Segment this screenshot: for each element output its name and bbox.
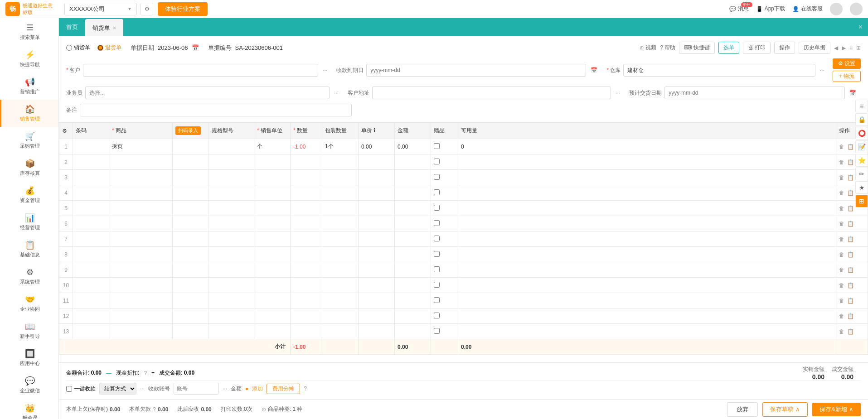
cell-price[interactable] <box>359 231 395 247</box>
customer-address-input[interactable] <box>372 87 611 99</box>
copy-icon[interactable]: 📋 <box>847 205 854 212</box>
sidebar-item-appstore[interactable]: 🔲 应用中心 <box>0 344 58 371</box>
cell-price[interactable] <box>359 324 395 339</box>
paydue-calendar-icon[interactable]: 📅 <box>591 67 597 73</box>
cell-price[interactable]: 0.00 <box>359 139 395 154</box>
col-scan[interactable]: 扫码录入 <box>173 123 209 139</box>
cell-gift[interactable] <box>431 293 458 308</box>
address-dots-icon[interactable]: ··· <box>616 90 620 96</box>
cell-barcode[interactable] <box>73 201 109 216</box>
cell-gift[interactable] <box>431 201 458 216</box>
cell-gift[interactable] <box>431 154 458 170</box>
account-input[interactable] <box>174 383 219 395</box>
set-button[interactable]: ⚙ 设置 <box>833 58 861 69</box>
cell-barcode[interactable] <box>73 139 109 154</box>
float-icon-6[interactable]: ✏ <box>855 168 868 180</box>
cell-spec[interactable] <box>209 293 254 308</box>
tab-home[interactable]: 首页 <box>59 18 85 36</box>
cell-gift[interactable] <box>431 308 458 324</box>
delete-icon[interactable]: 🗑 <box>839 144 844 150</box>
flow-button[interactable]: + 物流 <box>833 71 861 82</box>
sidebar-item-inventory[interactable]: 📦 库存核算 <box>0 154 58 181</box>
cell-spec[interactable] <box>209 247 254 262</box>
cell-barcode[interactable] <box>73 216 109 231</box>
copy-icon[interactable]: 📋 <box>847 328 854 335</box>
pay-method-select[interactable]: 结算方式 <box>99 383 136 395</box>
cell-barcode[interactable] <box>73 154 109 170</box>
copy-icon[interactable]: 📋 <box>847 174 854 181</box>
help-icon[interactable]: ? 帮助 <box>660 44 675 52</box>
cell-barcode[interactable] <box>73 278 109 293</box>
salesperson-dots-icon[interactable]: ··· <box>334 90 339 96</box>
cell-product[interactable] <box>109 247 173 262</box>
cell-qty[interactable]: -1.00 <box>291 139 322 154</box>
cell-qty[interactable] <box>291 170 322 185</box>
copy-icon[interactable]: 📋 <box>847 313 854 319</box>
customer-input[interactable] <box>83 64 319 77</box>
cell-product[interactable] <box>109 216 173 231</box>
sidebar-item-marketing[interactable]: 📢 营销推广 <box>0 72 58 100</box>
delete-icon[interactable]: 🗑 <box>839 282 844 289</box>
customer-dots-icon[interactable]: ··· <box>323 67 327 73</box>
cell-qty[interactable] <box>291 154 322 170</box>
shortcut-btn[interactable]: ⌨ 快捷键 <box>679 42 714 54</box>
sidebar-item-sales[interactable]: 🏠 销售管理 <box>0 100 58 127</box>
copy-icon[interactable]: 📋 <box>847 267 854 273</box>
cell-gift[interactable] <box>431 247 458 262</box>
add-icon[interactable]: ● <box>245 385 248 392</box>
cell-gift[interactable] <box>431 262 458 278</box>
float-icon-2[interactable]: 🔒 <box>855 113 868 126</box>
warehouse-input[interactable] <box>623 64 815 77</box>
tab-close-icon[interactable]: × <box>113 25 116 31</box>
settings-button[interactable]: ⚙ <box>141 3 153 15</box>
expected-calendar-icon[interactable]: 📅 <box>849 90 856 96</box>
sidebar-item-wechat[interactable]: 💬 企业微信 <box>0 371 58 399</box>
cell-spec[interactable] <box>209 185 254 201</box>
cell-product[interactable] <box>109 170 173 185</box>
cell-qty[interactable] <box>291 201 322 216</box>
delete-icon[interactable]: 🗑 <box>839 174 844 181</box>
cell-price[interactable] <box>359 170 395 185</box>
cell-qty[interactable] <box>291 231 322 247</box>
app-download-button[interactable]: 📱 App下载 <box>756 5 785 13</box>
cell-price[interactable] <box>359 293 395 308</box>
remark-input[interactable] <box>80 104 352 116</box>
sidebar-item-finance[interactable]: 💰 资金管理 <box>0 181 58 208</box>
cell-qty[interactable] <box>291 247 322 262</box>
cell-product[interactable] <box>109 185 173 201</box>
cell-spec[interactable] <box>209 201 254 216</box>
radio-sales-order[interactable]: 销货单 <box>66 44 90 52</box>
delete-icon[interactable]: 🗑 <box>839 328 844 335</box>
cell-barcode[interactable] <box>73 185 109 201</box>
nav-prev-icon[interactable]: ◀ <box>834 45 838 51</box>
help-icon2[interactable]: ? <box>304 385 307 392</box>
avatar[interactable] <box>830 3 843 15</box>
cell-spec[interactable] <box>209 231 254 247</box>
sidebar-item-system[interactable]: ⚙ 系统管理 <box>0 263 58 290</box>
cell-price[interactable] <box>359 278 395 293</box>
copy-icon[interactable]: 📋 <box>847 298 854 304</box>
float-icon-5[interactable]: ⭐ <box>855 154 868 167</box>
cell-product[interactable] <box>109 262 173 278</box>
delete-icon[interactable]: 🗑 <box>839 267 844 273</box>
cell-price[interactable] <box>359 154 395 170</box>
cell-spec[interactable] <box>209 139 254 154</box>
cell-price[interactable] <box>359 216 395 231</box>
float-icon-7[interactable]: ★ <box>855 181 868 194</box>
calc-method-dots[interactable]: ··· <box>140 385 145 392</box>
col-settings[interactable]: ⚙ <box>59 123 73 139</box>
cell-product[interactable] <box>109 278 173 293</box>
save-new-button[interactable]: 保存&新增 ∧ <box>812 403 861 416</box>
sidebar-item-enterprise[interactable]: 🤝 企业协同 <box>0 290 58 317</box>
savenew-chevron-icon[interactable]: ∧ <box>849 406 853 413</box>
copy-icon[interactable]: 📋 <box>847 159 854 165</box>
trial-button[interactable]: 体验行业方案 <box>158 2 208 16</box>
view-grid-icon[interactable]: ⊞ <box>856 45 861 51</box>
delete-icon[interactable]: 🗑 <box>839 298 844 304</box>
copy-icon[interactable]: 📋 <box>847 221 854 227</box>
cell-spec[interactable] <box>209 278 254 293</box>
cell-price[interactable] <box>359 247 395 262</box>
select-order-btn[interactable]: 选单 <box>718 42 739 54</box>
float-icon-1[interactable]: ≡ <box>855 100 868 112</box>
copy-icon[interactable]: 📋 <box>847 144 854 150</box>
